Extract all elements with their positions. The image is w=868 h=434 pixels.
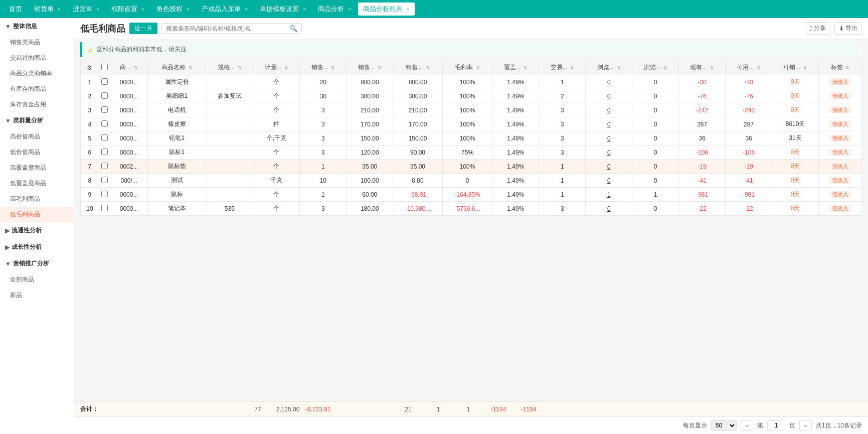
close-icon[interactable]: × [348,6,351,12]
browse1-link[interactable]: 0 [607,163,611,170]
row-checkbox[interactable] [101,92,108,99]
col-browse1[interactable]: 浏览... ⇅ [586,60,632,75]
cell-browse1[interactable]: 0 [586,131,632,146]
per-page-select[interactable]: 50 100 [711,420,737,431]
search-icon[interactable]: 🔍 [289,25,297,32]
row-checkbox[interactable] [101,149,108,155]
col-coverage[interactable]: 覆盖... ⇅ [492,60,539,75]
cell-checkbox[interactable] [99,117,110,131]
col-setting[interactable]: ⚙ [81,60,99,75]
nav-item-products[interactable]: 产成品入库单 × [197,3,253,16]
sidebar-item-new-goods[interactable]: 新品 [0,287,74,303]
page-input[interactable] [767,420,785,430]
nav-item-analysis[interactable]: 商品分析 × [313,3,356,16]
col-name[interactable]: 商品名称 ⇅ [148,60,206,75]
nav-item-permissions[interactable]: 权限设置 × [106,3,149,16]
close-icon[interactable]: × [187,6,190,12]
close-icon[interactable]: × [245,6,248,12]
cell-checkbox[interactable] [99,188,110,202]
sidebar-group-cluster[interactable]: ▼ 类群量分析 [0,112,74,129]
cell-checkbox[interactable] [99,103,110,117]
next-page-button[interactable]: ＞ [799,420,812,431]
browse1-link[interactable]: 0 [607,93,611,100]
cell-browse1[interactable]: 0 [586,174,632,188]
cell-checkbox[interactable] [99,146,110,160]
col-sales-qty[interactable]: 销售... ⇅ [300,60,346,75]
sidebar-item-low-value[interactable]: 低价值商品 [0,144,74,160]
close-icon[interactable]: × [303,6,306,12]
browse1-link[interactable]: 0 [607,79,611,86]
col-saleable[interactable]: 可销... ⇅ [772,60,819,75]
browse1-link[interactable]: 0 [607,135,611,142]
col-gross-margin[interactable]: 毛利率 ⇅ [442,60,492,75]
browse1-link[interactable]: 0 [607,205,611,212]
row-checkbox[interactable] [101,191,108,197]
search-input[interactable] [166,25,289,32]
cell-browse1[interactable]: 0 [586,89,632,103]
close-icon[interactable]: × [141,6,144,12]
col-unit[interactable]: 计量... ⇅ [253,60,300,75]
cell-checkbox[interactable] [99,89,110,103]
sidebar-item-traded-goods[interactable]: 交易过的商品 [0,50,74,66]
col-code[interactable]: 商... ⇅ [110,60,147,75]
sidebar-group-liquidity[interactable]: ▶ 流通性分析 [0,222,74,239]
sidebar-item-all-goods[interactable]: 全部商品 [0,272,74,287]
nav-item-roles[interactable]: 角色授权 × [151,3,195,16]
browse1-link[interactable]: 1 [607,191,611,198]
nav-item-sales[interactable]: 销货单 × [29,3,66,16]
sidebar-item-high-value[interactable]: 高价值商品 [0,129,74,144]
nav-item-home[interactable]: 首页 [4,3,27,16]
browse1-link[interactable]: 0 [607,177,611,184]
col-checkbox[interactable] [99,60,110,75]
cell-browse1[interactable]: 0 [586,202,632,216]
cell-checkbox[interactable] [99,131,110,146]
cell-checkbox[interactable] [99,202,110,216]
cell-browse1[interactable]: 0 [586,75,632,89]
nav-item-analysis-list[interactable]: 商品分析列表 × [358,3,414,16]
sidebar-item-in-stock[interactable]: 有库存的商品 [0,81,74,97]
select-all-checkbox[interactable] [101,64,108,70]
close-icon[interactable]: × [58,6,61,12]
sidebar-item-sales-goods[interactable]: 销售类商品 [0,35,74,50]
col-sales-price[interactable]: 销售... ⇅ [346,60,393,75]
sidebar-group-overview[interactable]: ▼ 整体信息 [0,18,74,35]
browse1-link[interactable]: 0 [607,121,611,128]
prev-page-button[interactable]: ＜ [741,420,753,431]
col-sales-profit[interactable]: 销售... ⇅ [393,60,443,75]
col-spec[interactable]: 规格... ⇅ [206,60,253,75]
row-checkbox[interactable] [101,134,108,141]
cell-browse1[interactable]: 0 [586,160,632,174]
cell-browse1[interactable]: 0 [586,117,632,131]
row-checkbox[interactable] [101,177,108,183]
col-available[interactable]: 可用... ⇅ [726,60,772,75]
col-current-stock[interactable]: 现有... ⇅ [679,60,726,75]
nav-item-purchase[interactable]: 进货单 × [68,3,104,16]
cell-checkbox[interactable] [99,160,110,174]
sidebar-item-stock-capital[interactable]: 库存资金占用 [0,97,74,112]
col-tag[interactable]: 标签 ⇅ [819,60,862,75]
col-transaction[interactable]: 交易... ⇅ [539,60,586,75]
sidebar-item-high-margin[interactable]: 高毛利商品 [0,191,74,207]
row-checkbox[interactable] [101,163,108,169]
date-filter-button[interactable]: 近一月 [129,23,157,34]
browse1-link[interactable]: 0 [607,149,611,156]
close-icon[interactable]: × [406,6,409,12]
sidebar-item-high-coverage[interactable]: 高覆盖度商品 [0,160,74,176]
col-browse2[interactable]: 浏览... ⇅ [632,60,679,75]
browse1-link[interactable]: 0 [607,107,611,114]
sidebar-item-category-rate[interactable]: 商品分类助销率 [0,66,74,81]
sidebar-group-growth[interactable]: ▶ 成长性分析 [0,239,74,255]
sidebar-group-marketing[interactable]: ▼ 营销推广分析 [0,255,74,272]
row-checkbox[interactable] [101,78,108,85]
row-checkbox[interactable] [101,106,108,113]
nav-item-templates[interactable]: 单据模板设置 × [255,3,311,16]
cell-checkbox[interactable] [99,75,110,89]
sidebar-item-low-coverage[interactable]: 低覆盖度商品 [0,176,74,191]
row-checkbox[interactable] [101,120,108,127]
export-button[interactable]: ⬇ 导出 [834,22,862,35]
cell-checkbox[interactable] [99,174,110,188]
cell-browse1[interactable]: 0 [586,103,632,117]
close-icon[interactable]: × [96,6,99,12]
share-button[interactable]: ⤴ 分享 [805,22,830,35]
cell-browse1[interactable]: 1 [586,188,632,202]
